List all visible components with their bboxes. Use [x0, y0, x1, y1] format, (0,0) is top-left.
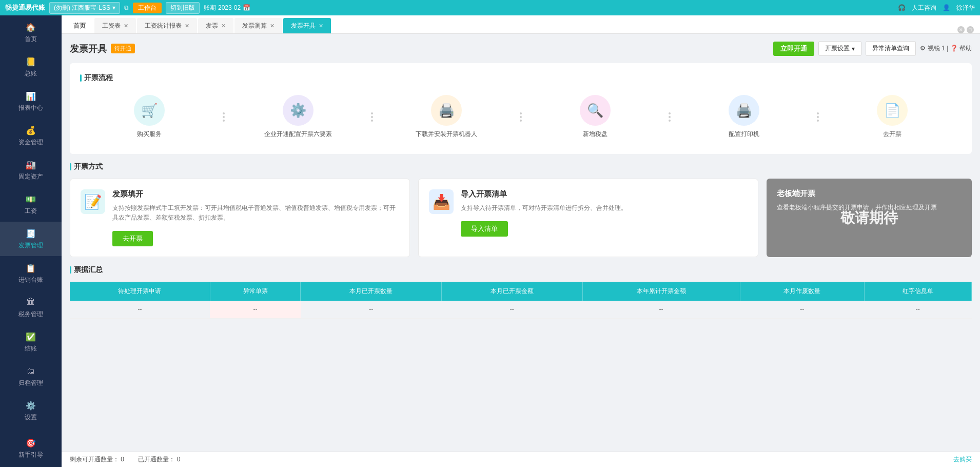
calendar-icon[interactable]: 📅 [243, 4, 250, 11]
method-row: 📝 发票填开 支持按照发票样式手工填开发票：可开具增值税电子普通发票、增值税普通… [70, 179, 972, 257]
user-label[interactable]: 徐泽华 [956, 4, 975, 12]
tab-close-icon[interactable]: ✕ [270, 23, 275, 29]
app-logo: 畅捷通易代账 [5, 3, 45, 12]
window-buttons: ✕ □ [957, 26, 976, 33]
download-robot-icon: 🖨️ [431, 95, 462, 126]
sidebar-item-archive[interactable]: 🗂 归档管理 [0, 359, 62, 394]
status-badge: 待开通 [111, 44, 135, 53]
tab-close-icon[interactable]: ✕ [124, 23, 128, 29]
step-issue-invoice[interactable]: 📄 去开票 [823, 95, 962, 139]
issue-invoice-icon: 📄 [877, 95, 908, 126]
abnormal-query-button[interactable]: 异常清单查询 [866, 41, 916, 56]
home-icon: 🏠 [25, 22, 36, 33]
sidebar-item-reports[interactable]: 📊 报表中心 [0, 84, 62, 119]
table-row: -- -- -- -- -- -- -- [70, 301, 972, 319]
remaining-value: 0 [121, 456, 124, 463]
old-version-button[interactable]: 切到旧版 [166, 2, 200, 14]
user-avatar: 👤 [943, 4, 950, 11]
go-issue-button[interactable]: 去开票 [112, 231, 153, 246]
sidebar: 🏠 首页 📒 总账 📊 报表中心 💰 资金管理 🏭 固定资产 💵 工资 🧾 发票… [0, 15, 62, 467]
sidebar-item-member[interactable]: V 畅会员 [0, 463, 62, 467]
goto-buy-button[interactable]: 去购买 [953, 455, 972, 464]
method-content: 发票填开 支持按照发票样式手工填开发票：可开具增值税电子普通发票、增值税普通发票… [112, 189, 399, 246]
page-title-row: 发票开具 待开通 [70, 43, 135, 55]
bottom-bar-left: 剩余可开通数量： 0 已开通数量： 0 [70, 455, 180, 464]
method-section-title: 开票方式 [70, 162, 972, 171]
invoice-icon: 🧾 [25, 228, 36, 239]
col-header-year-amount: 本年累计开票金额 [582, 282, 740, 301]
tab-label: 工资表 [102, 22, 121, 30]
sidebar-item-label: 进销台账 [18, 276, 43, 284]
help-label[interactable]: 帮助 [959, 45, 972, 52]
top-bar: 畅捷通易代账 (勿删) 江西服宝-LSS ▾ ⧉ 工作台 切到旧版 账期 202… [0, 0, 980, 15]
sidebar-item-funds[interactable]: 💰 资金管理 [0, 119, 62, 153]
cell-abnormal: -- [210, 301, 301, 319]
settings-icon: ⚙️ [25, 400, 36, 411]
tab-invoices[interactable]: 发票 ✕ [198, 18, 233, 33]
cell-year-amount: -- [582, 301, 740, 319]
maximize-window-button[interactable]: □ [967, 26, 974, 33]
company-label: (勿删) 江西服宝-LSS [54, 4, 110, 12]
step-download-robot[interactable]: 🖨️ 下载并安装开票机器人 [377, 95, 516, 139]
tab-label: 首页 [73, 22, 86, 30]
import-list-button[interactable]: 导入清单 [461, 221, 508, 237]
buy-service-icon: 🛒 [134, 95, 165, 126]
tab-payroll-stats[interactable]: 工资统计报表 ✕ [137, 18, 197, 33]
sidebar-item-tax[interactable]: 🏛 税务管理 [0, 290, 62, 325]
workbench-button[interactable]: 工作台 [133, 3, 162, 13]
period-value[interactable]: 2023-02 [218, 4, 241, 11]
sidebar-item-general-ledger[interactable]: 📒 总账 [0, 50, 62, 84]
tab-close-icon[interactable]: ✕ [185, 23, 189, 29]
summary-section: 票据汇总 待处理开票申请 异常单票 本月已开票数量 本月已开票金额 本年累计开票… [70, 265, 972, 319]
period-tag: 账期 2023-02 📅 [204, 4, 250, 12]
company-selector[interactable]: (勿删) 江西服宝-LSS ▾ [49, 2, 120, 14]
sidebar-item-label: 总账 [25, 69, 37, 78]
step-dots [219, 112, 229, 122]
step-buy-service[interactable]: 🛒 购买服务 [80, 95, 219, 139]
config-printer-icon: 🖨️ [729, 95, 759, 126]
sidebar-item-home[interactable]: 🏠 首页 [0, 15, 62, 50]
tab-close-icon[interactable]: ✕ [221, 23, 226, 29]
chevron-down-icon: ▾ [112, 4, 115, 11]
sidebar-item-assets[interactable]: 🏭 固定资产 [0, 153, 62, 187]
tab-payroll-table[interactable]: 工资表 ✕ [94, 18, 136, 33]
page-header-right: 立即开通 开票设置 ▾ 异常清单查询 ⚙ 视锐 1 | ❓ 帮助 [773, 41, 972, 56]
tab-close-icon[interactable]: ✕ [319, 23, 323, 29]
coming-soon-text: 敬请期待 [840, 208, 898, 228]
close-window-button[interactable]: ✕ [957, 26, 965, 33]
step-config-enterprise[interactable]: ⚙️ 企业开通配置开票六要素 [229, 95, 367, 139]
service-label[interactable]: 人工咨询 [912, 4, 936, 12]
method-card-inner: 📥 导入开票清单 支持导入待开票清单，可对待开票清单进行拆分、合并处理。 导入清… [429, 189, 748, 237]
archive-icon: 🗂 [25, 365, 36, 377]
view-count: ⚙ 视锐 1 | ❓ 帮助 [920, 44, 972, 53]
purchase-sales-icon: 📋 [25, 262, 36, 274]
help-icon[interactable]: ❓ [950, 45, 958, 52]
step-config-printer[interactable]: 🖨️ 配置打印机 [675, 95, 813, 139]
step-label: 去开票 [883, 130, 901, 139]
sidebar-item-payroll[interactable]: 💵 工资 [0, 187, 62, 222]
sidebar-item-new-guide[interactable]: 🎯 新手引导 [0, 433, 62, 463]
step-add-taxbox[interactable]: 🔍 新增税盘 [526, 95, 664, 139]
import-list-icon: 📥 [429, 189, 454, 214]
period-label: 账期 [204, 4, 216, 12]
col-header-abnormal: 异常单票 [210, 282, 301, 301]
sidebar-item-purchase-sales[interactable]: 📋 进销台账 [0, 256, 62, 290]
config-enterprise-icon: ⚙️ [283, 95, 313, 126]
step-label: 下载并安装开票机器人 [416, 130, 477, 139]
tab-invoice-calc[interactable]: 发票测算 ✕ [234, 18, 282, 33]
funds-icon: 💰 [25, 125, 36, 136]
open-settings-button[interactable]: 开票设置 ▾ [818, 41, 861, 56]
opened-label: 已开通数量： [138, 456, 175, 463]
sidebar-item-settings[interactable]: ⚙️ 设置 [0, 394, 62, 428]
tab-label: 发票测算 [242, 22, 267, 30]
sidebar-item-settlement[interactable]: ✅ 结账 [0, 325, 62, 359]
tab-home[interactable]: 首页 [66, 18, 93, 33]
cell-month-count: -- [301, 301, 442, 319]
service-icon: 🎧 [898, 4, 906, 11]
activate-button[interactable]: 立即开通 [773, 42, 814, 56]
tab-invoice-tool[interactable]: 发票开具 ✕ [283, 18, 331, 33]
copy-icon[interactable]: ⧉ [124, 4, 129, 11]
sidebar-item-label: 结账 [25, 344, 37, 353]
assets-icon: 🏭 [25, 159, 36, 170]
sidebar-item-invoice[interactable]: 🧾 发票管理 [0, 222, 62, 256]
